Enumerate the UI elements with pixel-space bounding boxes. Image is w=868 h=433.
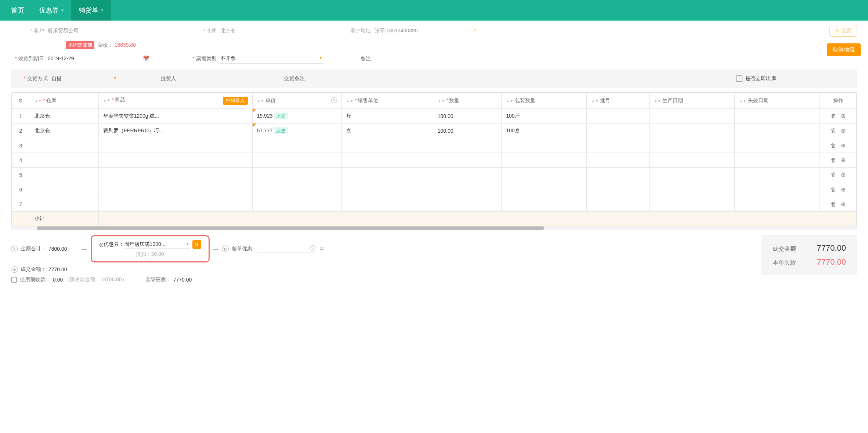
coupon-select[interactable]: 周年店庆满1000... ▾ — [124, 240, 190, 249]
cell-prod-date[interactable] — [649, 124, 734, 138]
cell-batch[interactable] — [587, 109, 649, 124]
cell-unit[interactable] — [341, 182, 433, 197]
cell-pack-qty[interactable] — [502, 197, 587, 212]
cell-prod-date[interactable] — [649, 138, 734, 153]
col-exp-date[interactable]: ▲▼失效日期 — [734, 93, 820, 109]
cell-pack-qty[interactable] — [502, 153, 587, 168]
history-badge[interactable]: 历史 — [274, 112, 288, 119]
delete-icon[interactable]: 🗑 — [831, 172, 836, 178]
col-qty[interactable]: ▲▼*数量 — [433, 93, 502, 109]
cell-prod-date[interactable] — [649, 109, 734, 124]
add-row-icon[interactable]: ⊕ — [841, 157, 846, 164]
cell-pack-qty[interactable]: 100斤 — [502, 109, 587, 124]
order-discount-input[interactable]: ? — [257, 245, 316, 253]
due-date-input[interactable]: 2019-12-29📅 — [48, 54, 151, 63]
cell-warehouse[interactable] — [30, 182, 99, 197]
warehouse-select[interactable]: 北京仓 — [220, 26, 294, 36]
cell-warehouse[interactable] — [30, 168, 99, 182]
cell-product[interactable] — [98, 182, 252, 197]
tab-home[interactable]: 首页 — [4, 0, 32, 21]
add-row-icon[interactable]: ⊕ — [841, 201, 846, 208]
cell-unit[interactable]: 斤 — [341, 109, 433, 124]
cell-pack-qty[interactable]: 100盒 — [502, 124, 587, 138]
cell-qty[interactable] — [433, 168, 502, 182]
delete-icon[interactable]: 🗑 — [831, 142, 836, 149]
cell-exp-date[interactable] — [734, 168, 820, 182]
cell-qty[interactable] — [433, 197, 502, 212]
cell-warehouse[interactable]: 北京仓 — [30, 124, 99, 138]
col-unit[interactable]: ▲▼*销售单位 — [341, 93, 433, 109]
add-row-icon[interactable]: ⊕ — [841, 112, 846, 119]
cell-unit[interactable] — [341, 138, 433, 153]
cancel-logistics-button[interactable]: 取消物流 — [827, 43, 861, 56]
cell-qty[interactable] — [433, 182, 502, 197]
col-prod-date[interactable]: ▲▼生产日期 — [649, 93, 734, 109]
customer-select[interactable]: 昕乐贸易公司 — [48, 26, 121, 36]
remark-input[interactable] — [375, 54, 477, 63]
cell-exp-date[interactable] — [734, 124, 820, 138]
cell-product[interactable]: 华美华夫软饼1200g 糕... — [98, 109, 252, 124]
cell-exp-date[interactable] — [734, 182, 820, 197]
delete-icon[interactable]: 🗑 — [831, 113, 836, 119]
cell-warehouse[interactable] — [30, 153, 99, 168]
cell-product[interactable] — [98, 153, 252, 168]
cell-qty[interactable]: 100.00 — [433, 124, 502, 138]
help-icon[interactable]: ? — [310, 245, 315, 251]
cell-prod-date[interactable] — [649, 153, 734, 168]
cell-exp-date[interactable] — [734, 138, 820, 153]
delete-icon[interactable]: 🗑 — [831, 186, 836, 193]
cell-pack-qty[interactable] — [502, 168, 587, 182]
col-price[interactable]: ▲▼单价? — [252, 93, 341, 109]
delivery-remark-input[interactable] — [308, 74, 375, 83]
pickup-person-input[interactable] — [180, 74, 246, 83]
delete-icon[interactable]: 🗑 — [831, 201, 836, 208]
add-row-icon[interactable]: ⊕ — [841, 127, 846, 134]
cell-price[interactable]: 57.777历史 — [252, 124, 341, 138]
close-icon[interactable]: × — [61, 7, 64, 13]
history-badge[interactable]: 历史 — [274, 127, 288, 134]
cell-exp-date[interactable] — [734, 109, 820, 124]
cell-product[interactable] — [98, 168, 252, 182]
delivery-method-select[interactable]: 自提▾ — [51, 74, 117, 83]
close-icon[interactable]: × — [101, 7, 104, 13]
cell-warehouse[interactable]: 北京仓 — [30, 109, 99, 124]
cell-exp-date[interactable] — [734, 153, 820, 168]
address-select[interactable]: 张阳 18513400390▾ — [375, 26, 477, 36]
cell-prod-date[interactable] — [649, 197, 734, 212]
add-row-icon[interactable]: ⊕ — [841, 142, 846, 149]
cell-batch[interactable] — [587, 168, 649, 182]
col-pack-qty[interactable]: ▲▼包装数量 — [502, 93, 587, 109]
cell-qty[interactable]: 100.00 — [433, 109, 502, 124]
tab-coupon[interactable]: 优惠券× — [32, 0, 71, 21]
settings-button[interactable]: ⚙ 设置 — [829, 25, 857, 37]
invoice-type-select[interactable]: 不开票▾ — [220, 54, 323, 64]
cell-unit[interactable] — [341, 153, 433, 168]
cell-warehouse[interactable] — [30, 197, 99, 212]
cell-product[interactable]: 费列罗（FERRERO）巧... — [98, 124, 252, 138]
cell-product[interactable] — [98, 197, 252, 212]
cell-warehouse[interactable] — [30, 138, 99, 153]
cell-batch[interactable] — [587, 153, 649, 168]
cell-pack-qty[interactable] — [502, 138, 587, 153]
cell-qty[interactable] — [433, 153, 502, 168]
use-prepay-checkbox[interactable] — [11, 277, 17, 283]
delete-icon[interactable]: 🗑 — [831, 128, 836, 134]
cell-prod-date[interactable] — [649, 168, 734, 182]
gear-icon[interactable]: ⚙ — [18, 98, 23, 104]
cell-price[interactable]: 19.923历史 — [252, 109, 341, 124]
cell-unit[interactable] — [341, 197, 433, 212]
horizontal-scrollbar[interactable] — [11, 226, 857, 230]
cell-unit[interactable]: 盒 — [341, 124, 433, 138]
refresh-coupon-button[interactable]: ⟳ — [192, 240, 201, 249]
cell-batch[interactable] — [587, 138, 649, 153]
delete-icon[interactable]: 🗑 — [831, 157, 836, 164]
cell-qty[interactable] — [433, 138, 502, 153]
cell-batch[interactable] — [587, 124, 649, 138]
instant-out-checkbox[interactable] — [736, 75, 742, 82]
col-batch[interactable]: ▲▼批号 — [587, 93, 649, 109]
tab-sales-order[interactable]: 销货单× — [71, 0, 111, 21]
add-row-icon[interactable]: ⊕ — [841, 171, 846, 178]
cell-unit[interactable] — [341, 168, 433, 182]
cell-batch[interactable] — [587, 197, 649, 212]
cell-pack-qty[interactable] — [502, 182, 587, 197]
